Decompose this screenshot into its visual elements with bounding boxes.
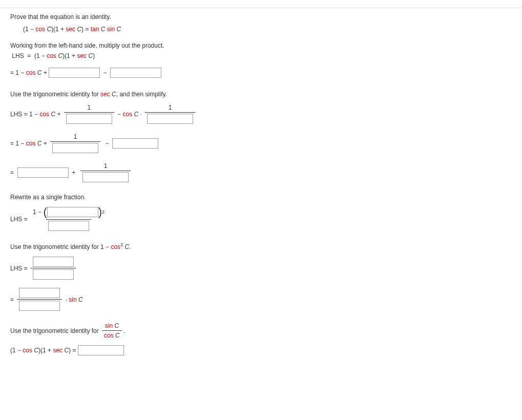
step4-input1[interactable]: [33, 257, 74, 267]
step2-input2[interactable]: [147, 114, 193, 124]
problem-title: Prove that the equation is an identity.: [10, 13, 512, 20]
step2-input6[interactable]: [82, 172, 129, 182]
step4-line1: LHS =: [10, 257, 512, 280]
step3-input1[interactable]: [47, 207, 98, 217]
step2-input3[interactable]: [52, 143, 98, 153]
step5-input1[interactable]: [78, 345, 124, 355]
step4-input2[interactable]: [33, 269, 74, 280]
step1-input2[interactable]: [110, 68, 161, 78]
step1-line2: = 1 − cos C + −: [10, 68, 512, 78]
identity-equation: (1 − cos C)(1 + sec C) = tan C sin C: [23, 26, 512, 33]
step5-instruction: Use the trigonometric identity for sin C…: [10, 322, 512, 339]
frac-numerator-3: 1: [68, 133, 82, 141]
step2-line2: = 1 − cos C + 1 −: [10, 133, 512, 153]
step2-input5[interactable]: [17, 167, 69, 178]
step3-num-prefix: 1 −: [33, 208, 43, 216]
step1-instruction: Working from the left-hand side, multipl…: [10, 42, 512, 49]
step3-instruction: Rewrite as a single fraction.: [10, 194, 512, 201]
frac-numerator-4: 1: [98, 162, 113, 171]
step3-line: LHS = 1 − ( )2: [10, 207, 512, 231]
step4-line2: = · sin C: [10, 288, 512, 311]
step2-line1: LHS = 1 − cos C + 1 − cos C · 1: [10, 104, 512, 124]
step4-input4[interactable]: [19, 301, 60, 311]
step1-input1[interactable]: [49, 68, 100, 78]
step2-input4[interactable]: [112, 138, 158, 149]
step3-input2[interactable]: [48, 221, 89, 231]
step1-line1: LHS = (1 − cos C)(1 + sec C): [10, 52, 512, 59]
frac-numerator-1: 1: [82, 104, 96, 112]
step4-input3[interactable]: [19, 288, 60, 298]
step2-input1[interactable]: [66, 114, 112, 124]
frac-numerator-2: 1: [163, 104, 177, 112]
step5-final: (1 − cos C)(1 + sec C) =: [10, 345, 512, 355]
step3-exponent: 2: [102, 209, 105, 215]
step4-instruction: Use the trigonometric identity for 1 − c…: [10, 242, 512, 250]
step2-line3: = + 1: [10, 162, 512, 182]
step2-instruction: Use the trigonometric identity for sec C…: [10, 91, 512, 98]
